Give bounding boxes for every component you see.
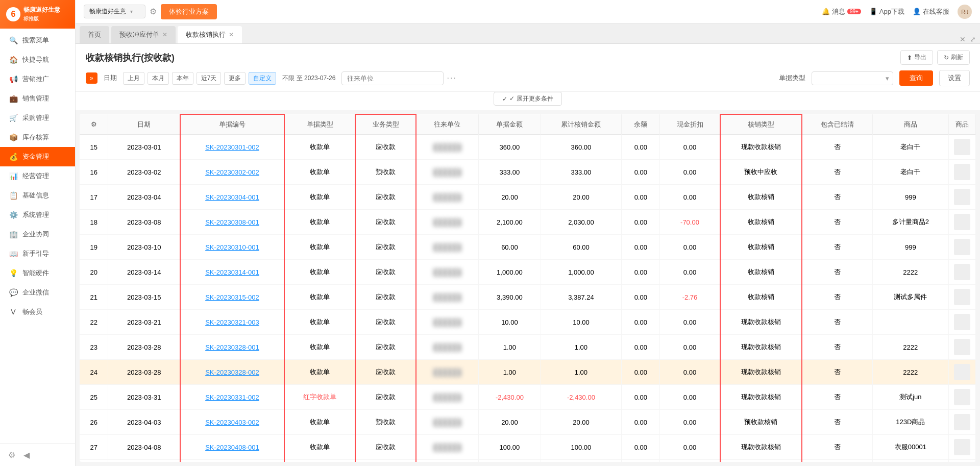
expand-window-icon[interactable]: ⤢ — [970, 35, 976, 43]
cell-doc-type: 收款单 — [284, 260, 355, 285]
table-row[interactable]: 16 2023-03-02 SK-20230302-002 收款单 预收款 ██… — [80, 160, 976, 185]
table-row[interactable]: 22 2023-03-21 SK-20230321-003 收款单 应收款 ██… — [80, 310, 976, 335]
sidebar-item-marketing[interactable]: 📢 营销推广 — [0, 69, 75, 89]
doc-no-link[interactable]: SK-20230301-002 — [205, 143, 259, 151]
page-header: 收款核销执行(按收款) ⬆ 导出 ↻ 刷新 — [76, 44, 980, 65]
tab-writeoff[interactable]: 收款核销执行 ✕ — [178, 26, 242, 43]
expand-more-btn[interactable]: ✓ ✓ 展开更多条件 — [494, 92, 561, 106]
table-row[interactable]: 15 2023-03-01 SK-20230301-002 收款单 应收款 ██… — [80, 135, 976, 160]
cell-writeoff-type: 现款收款核销 — [720, 435, 802, 460]
cell-customer: ██████ — [416, 385, 479, 410]
filter-more-btn[interactable]: 更多 — [224, 72, 246, 85]
sidebar-item-member[interactable]: V 畅会员 — [0, 302, 75, 322]
collapse-icon[interactable]: ◀ — [23, 450, 30, 460]
settings-icon[interactable]: ⚙ — [8, 450, 15, 460]
cell-date: 2023-03-01 — [108, 135, 180, 160]
cell-discount: 0.00 — [660, 135, 720, 160]
table-row[interactable]: 26 2023-04-03 SK-20230403-002 收款单 预收款 ██… — [80, 410, 976, 435]
user-avatar[interactable]: Rit — [958, 5, 972, 19]
service-label: 在线客服 — [923, 7, 949, 16]
cell-writeoff-amount: 20.00 — [541, 410, 621, 435]
tab-prepay-close-icon[interactable]: ✕ — [162, 31, 167, 38]
close-window-icon[interactable]: ✕ — [960, 35, 966, 43]
tab-prepay[interactable]: 预收冲应付单 ✕ — [111, 26, 176, 43]
cell-index: 20 — [80, 260, 108, 285]
data-table-container: ⚙ 日期 单据编号 单据类型 业务类型 往来单位 单据金额 累计核销金额 余额 … — [80, 114, 976, 462]
filter-settings-btn[interactable]: 设置 — [939, 70, 970, 86]
sidebar-item-company[interactable]: 🏢 企业协同 — [0, 225, 75, 244]
sidebar-item-guide[interactable]: 📖 新手引导 — [0, 244, 75, 263]
filter-doctype-select[interactable] — [812, 71, 893, 85]
doc-no-link[interactable]: SK-20230403-002 — [205, 419, 259, 426]
cell-include-settled: 否 — [802, 160, 872, 185]
filter-dots-icon[interactable]: ··· — [447, 73, 456, 83]
topbar-gear-icon[interactable]: ⚙ — [150, 7, 157, 16]
solution-btn[interactable]: 体验行业方案 — [161, 4, 217, 19]
table-row[interactable]: 24 2023-03-28 SK-20230328-002 收款单 应收款 ██… — [80, 360, 976, 385]
sidebar-item-inventory[interactable]: 📦 库存核算 — [0, 128, 75, 147]
refresh-btn[interactable]: ↻ 刷新 — [937, 50, 970, 65]
service-btn[interactable]: 👤 在线客服 — [913, 7, 949, 16]
sidebar-item-base[interactable]: 📋 基础信息 — [0, 186, 75, 205]
cell-goods: 多计量商品2 — [872, 210, 948, 235]
doc-no-link[interactable]: SK-20230321-003 — [205, 318, 259, 326]
cell-biz-type: 应收款 — [355, 460, 415, 462]
filter-customer-input[interactable] — [341, 71, 444, 85]
doc-no-link[interactable]: SK-20230328-001 — [205, 344, 259, 351]
tab-home[interactable]: 首页 — [80, 26, 109, 43]
cell-writeoff-amount: 10.00 — [541, 310, 621, 335]
doc-no-link[interactable]: SK-20230315-002 — [205, 293, 259, 301]
table-row[interactable]: 19 2023-03-10 SK-20230310-001 收款单 应收款 ██… — [80, 235, 976, 260]
doc-no-link[interactable]: SK-20230308-001 — [205, 218, 259, 226]
doc-no-link[interactable]: SK-20230328-002 — [205, 369, 259, 376]
filter-expand-btn[interactable]: » — [86, 72, 97, 84]
filter-this-year-btn[interactable]: 本年 — [172, 72, 193, 85]
table-row[interactable]: 18 2023-03-08 SK-20230308-001 收款单 应收款 ██… — [80, 210, 976, 235]
sidebar-menu: 🔍 搜索菜单 🏠 快捷导航 📢 营销推广 💼 销售管理 🛒 采购管理 📦 库存核… — [0, 29, 75, 444]
messages-btn[interactable]: 🔔 消息 99+ — [822, 7, 861, 16]
sales-icon: 💼 — [8, 94, 18, 103]
sidebar-item-hardware[interactable]: 💡 智能硬件 — [0, 263, 75, 283]
cell-index: 26 — [80, 410, 108, 435]
cell-balance: 0.00 — [622, 285, 660, 310]
cell-balance: 0.00 — [622, 310, 660, 335]
doc-no-link[interactable]: SK-20230331-002 — [205, 394, 259, 401]
app-download-btn[interactable]: 📱 App下载 — [869, 7, 904, 16]
query-btn[interactable]: 查询 — [899, 70, 933, 86]
sidebar-item-sales[interactable]: 💼 销售管理 — [0, 89, 75, 108]
sidebar-item-wechat[interactable]: 💬 企业微信 — [0, 283, 75, 302]
sidebar-item-quicknav[interactable]: 🏠 快捷导航 — [0, 50, 75, 69]
doc-no-link[interactable]: SK-20230314-001 — [205, 268, 259, 276]
table-row[interactable]: 23 2023-03-28 SK-20230328-001 收款单 应收款 ██… — [80, 335, 976, 360]
export-btn[interactable]: ⬆ 导出 — [900, 50, 933, 65]
filter-last7-btn[interactable]: 近7天 — [197, 72, 222, 85]
cell-writeoff-amount: 20.00 — [541, 185, 621, 210]
table-row[interactable]: 28 2023-04-18 SK-20230418-001 收款单 应收款 ██… — [80, 460, 976, 462]
tab-writeoff-close-icon[interactable]: ✕ — [229, 31, 234, 38]
filter-last-month-btn[interactable]: 上月 — [123, 72, 144, 85]
col-header-index[interactable]: ⚙ — [80, 114, 108, 135]
cell-index: 23 — [80, 335, 108, 360]
filter-custom-btn[interactable]: 自定义 — [249, 72, 276, 85]
sidebar-item-search[interactable]: 🔍 搜索菜单 — [0, 31, 75, 50]
filter-this-month-btn[interactable]: 本月 — [148, 72, 169, 85]
table-row[interactable]: 25 2023-03-31 SK-20230331-002 红字收款单 应收款 … — [80, 385, 976, 410]
sidebar-item-system[interactable]: ⚙️ 系统管理 — [0, 205, 75, 225]
cell-writeoff-amount: 1,000.00 — [541, 260, 621, 285]
doc-no-link[interactable]: SK-20230310-001 — [205, 243, 259, 251]
doc-no-link[interactable]: SK-20230302-002 — [205, 168, 259, 176]
cell-customer: ██████ — [416, 410, 479, 435]
table-row[interactable]: 21 2023-03-15 SK-20230315-002 收款单 应收款 ██… — [80, 285, 976, 310]
doc-no-link[interactable]: SK-20230408-001 — [205, 444, 259, 451]
wechat-icon: 💬 — [8, 288, 18, 297]
company-selector[interactable]: 畅康道好生意 ▾ — [84, 5, 145, 18]
cell-goods: 999 — [872, 185, 948, 210]
sidebar-item-purchase[interactable]: 🛒 采购管理 — [0, 108, 75, 128]
doc-no-link[interactable]: SK-20230304-001 — [205, 193, 259, 201]
table-row[interactable]: 27 2023-04-08 SK-20230408-001 收款单 应收款 ██… — [80, 435, 976, 460]
sidebar-item-operations[interactable]: 📊 经营管理 — [0, 166, 75, 186]
table-row[interactable]: 17 2023-03-04 SK-20230304-001 收款单 应收款 ██… — [80, 185, 976, 210]
sidebar-item-label: 库存核算 — [22, 133, 49, 142]
table-row[interactable]: 20 2023-03-14 SK-20230314-001 收款单 应收款 ██… — [80, 260, 976, 285]
sidebar-item-finance[interactable]: 💰 资金管理 — [0, 147, 75, 166]
